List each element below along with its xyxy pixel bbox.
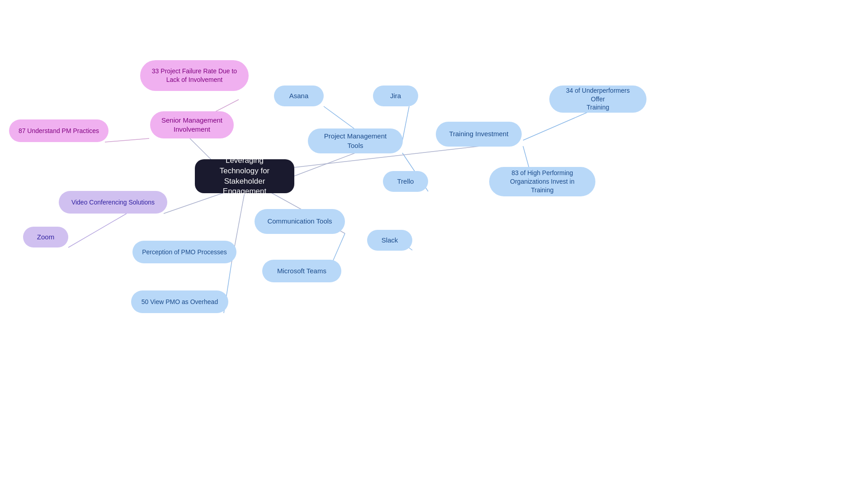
svg-line-2: [105, 138, 149, 142]
jira-node: Jira: [373, 86, 418, 106]
project-failure-node: 33 Project Failure Rate Due toLack of In…: [140, 60, 249, 91]
microsoft-teams-node: Microsoft Teams: [262, 260, 341, 282]
svg-line-15: [523, 109, 595, 140]
training-investment-node: Training Investment: [436, 122, 522, 147]
trello-node: Trello: [383, 171, 428, 192]
communication-tools-node: Communication Tools: [255, 209, 345, 234]
understand-pm-node: 87 Understand PM Practices: [9, 119, 108, 142]
connection-lines: [0, 0, 868, 490]
view-pmo-node: 50 View PMO as Overhead: [131, 290, 228, 313]
asana-node: Asana: [274, 86, 324, 106]
slack-node: Slack: [367, 230, 412, 251]
svg-line-12: [402, 106, 409, 141]
mind-map-canvas: Leveraging Technology forStakeholder Eng…: [0, 0, 868, 490]
underperformers-node: 34 of Underperformers OfferTraining: [549, 86, 646, 113]
senior-management-node: Senior ManagementInvolvement: [150, 111, 234, 138]
svg-line-4: [68, 214, 127, 247]
high-performing-node: 83 of High PerformingOrganizations Inves…: [489, 167, 595, 196]
video-conferencing-node: Video Conferencing Solutions: [59, 191, 167, 214]
zoom-node: Zoom: [23, 227, 68, 247]
center-node: Leveraging Technology forStakeholder Eng…: [195, 159, 294, 193]
project-management-tools-node: Project Management Tools: [308, 128, 403, 153]
perception-pmo-node: Perception of PMO Processes: [132, 241, 236, 263]
svg-line-10: [294, 153, 355, 176]
